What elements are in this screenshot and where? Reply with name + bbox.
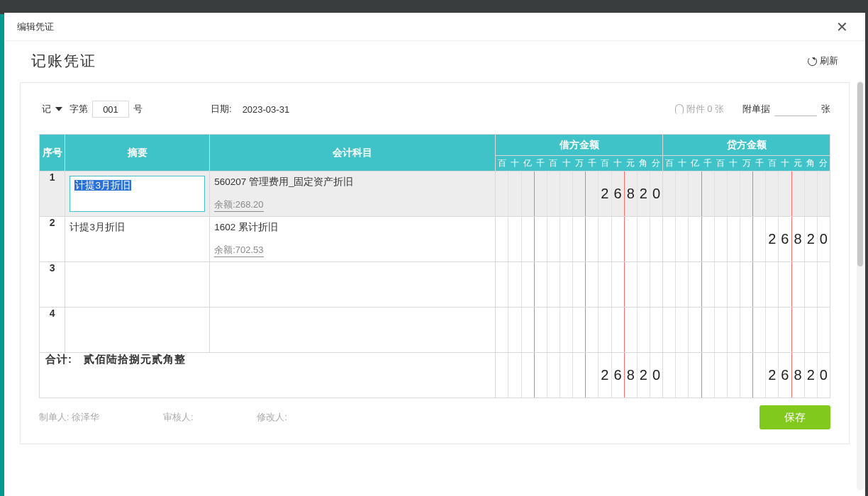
credit-amount-cell[interactable] — [663, 171, 830, 217]
summary-cell[interactable] — [65, 262, 210, 308]
digit-cell — [728, 353, 740, 398]
digit-cell: 十 — [728, 156, 740, 171]
attachment-link[interactable]: 附件 0 张 — [675, 103, 724, 115]
digit-cell: 千 — [535, 156, 547, 171]
label-fudanju: 附单据 — [742, 103, 770, 115]
digit-cell: 2 — [766, 217, 779, 261]
digit-cell: 百 — [663, 156, 676, 171]
fudanju-input[interactable] — [774, 102, 817, 116]
row-seq: 3 — [40, 262, 65, 308]
digit-cell — [779, 262, 791, 307]
debit-amount-cell[interactable] — [496, 262, 663, 308]
digit-cell — [573, 171, 586, 216]
digit-cell — [573, 353, 586, 398]
row-seq: 1 — [40, 171, 65, 217]
digit-cell — [805, 171, 818, 216]
close-icon[interactable]: ✕ — [832, 16, 852, 38]
label-zidi: 字第 — [69, 103, 88, 115]
credit-digit-headers: 百十亿千百十万千百十元角分 — [663, 156, 830, 171]
refresh-button[interactable]: 刷新 — [808, 55, 838, 67]
col-header-seq: 序号 — [40, 135, 65, 171]
subject-cell[interactable]: 560207 管理费用_固定资产折旧余额:268.20 — [210, 171, 496, 217]
digit-cell — [547, 353, 560, 398]
debit-amount-cell[interactable]: 26820 — [496, 171, 663, 217]
digit-cell — [702, 308, 715, 352]
digit-cell — [740, 353, 753, 398]
digit-cell: 0 — [650, 353, 662, 398]
digit-cell — [663, 308, 676, 352]
summary-cell[interactable]: 计提3月折旧 — [65, 171, 210, 217]
voucher-date-input[interactable]: 2023-03-31 — [236, 100, 296, 118]
digit-cell — [702, 262, 715, 307]
subject-text: 1602 累计折旧 — [214, 221, 491, 234]
modal-body: 记账凭证 刷新 记 字第 号 日期 — [4, 41, 865, 496]
digit-cell — [650, 308, 662, 352]
table-row[interactable]: 4 — [40, 308, 830, 353]
digit-cell — [728, 308, 740, 352]
voucher-number-input[interactable] — [92, 101, 129, 118]
scrollbar[interactable] — [857, 81, 864, 490]
digit-cell — [560, 262, 573, 307]
balance-text: 余额:702.53 — [214, 244, 263, 257]
voucher-type-dropdown[interactable]: 记 — [39, 101, 65, 117]
digit-cell — [508, 262, 521, 307]
digit-cell — [599, 217, 611, 261]
digit-cell — [676, 353, 689, 398]
table-row[interactable]: 3 — [40, 262, 830, 308]
digit-cell — [663, 262, 676, 307]
modal-title: 编辑凭证 — [17, 21, 54, 33]
summary-cell[interactable]: 计提3月折旧 — [65, 217, 210, 262]
digit-cell: 2 — [638, 353, 650, 398]
digit-cell — [779, 308, 791, 352]
digit-cell — [560, 353, 573, 398]
digit-cell — [547, 171, 560, 216]
chevron-down-icon — [55, 107, 62, 111]
debit-amount-cell[interactable] — [496, 308, 663, 353]
author-info: 制单人: 徐泽华 — [39, 412, 99, 424]
subject-text: 560207 管理费用_固定资产折旧 — [214, 176, 491, 188]
digit-cell — [496, 262, 508, 307]
subject-cell[interactable] — [210, 262, 496, 308]
digit-cell — [612, 262, 625, 307]
table-row[interactable]: 1计提3月折旧560207 管理费用_固定资产折旧余额:268.2026820 — [40, 171, 830, 217]
digit-cell — [586, 308, 599, 352]
debit-amount-cell[interactable] — [496, 217, 663, 262]
save-button[interactable]: 保存 — [760, 405, 830, 429]
credit-amount-cell[interactable] — [663, 308, 830, 353]
modifier-info: 修改人: — [257, 412, 286, 424]
digit-cell — [638, 217, 650, 261]
row-seq: 4 — [40, 308, 65, 353]
summary-input[interactable]: 计提3月折旧 — [69, 176, 205, 212]
row-seq: 2 — [40, 217, 65, 262]
digit-cell — [573, 217, 586, 261]
digit-cell — [818, 171, 830, 216]
digit-cell: 百 — [599, 156, 611, 171]
digit-cell — [586, 217, 599, 261]
digit-cell: 2 — [599, 353, 611, 398]
digit-cell: 6 — [779, 353, 791, 398]
digit-cell — [792, 171, 805, 216]
subject-cell[interactable]: 1602 累计折旧余额:702.53 — [210, 217, 496, 262]
digit-cell — [676, 262, 689, 307]
digit-cell: 6 — [779, 217, 791, 261]
refresh-label: 刷新 — [820, 55, 838, 67]
summary-cell[interactable] — [65, 308, 210, 353]
digit-cell: 分 — [818, 156, 830, 171]
credit-amount-cell[interactable]: 26820 — [663, 217, 830, 262]
scrollbar-thumb[interactable] — [857, 82, 863, 266]
credit-amount-cell[interactable] — [663, 262, 830, 308]
signature-row: 制单人: 徐泽华 审核人: 修改人: 保存 — [39, 405, 830, 429]
col-header-debit: 借方金额 — [496, 135, 663, 156]
total-debit: 26820 — [496, 353, 663, 398]
digit-cell — [522, 217, 535, 261]
digit-cell: 十 — [779, 156, 791, 171]
page-topbar: 记账凭证 刷新 — [20, 51, 850, 71]
digit-cell: 2 — [805, 217, 818, 261]
digit-cell: 百 — [715, 156, 728, 171]
digit-cell: 百 — [496, 156, 508, 171]
table-row[interactable]: 2计提3月折旧1602 累计折旧余额:702.5326820 — [40, 217, 830, 262]
subject-cell[interactable] — [210, 308, 496, 353]
voucher-date-value: 2023-03-31 — [243, 104, 290, 115]
digit-cell — [715, 353, 728, 398]
digit-cell — [753, 262, 766, 307]
